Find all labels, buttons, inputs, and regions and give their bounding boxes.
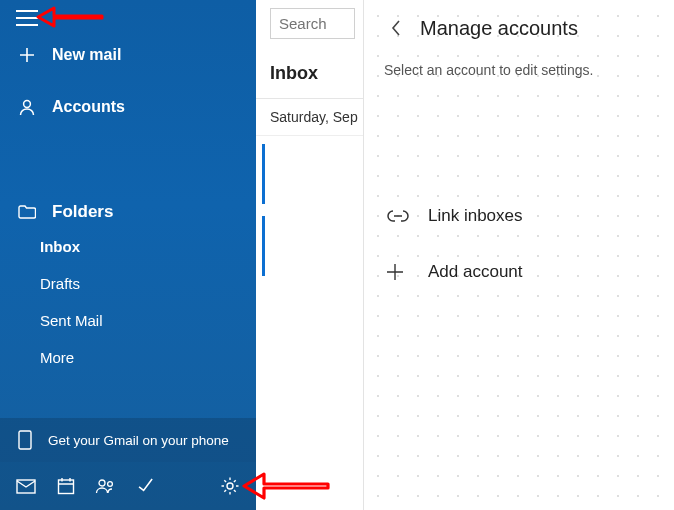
annotation-arrow-bottom (240, 468, 330, 504)
plus-icon (16, 47, 38, 63)
svg-point-0 (24, 101, 31, 108)
calendar-app-button[interactable] (46, 466, 86, 506)
promo-banner[interactable]: Get your Gmail on your phone (0, 418, 256, 462)
folders-header[interactable]: Folders (0, 190, 256, 228)
svg-point-5 (108, 482, 113, 487)
bottom-icon-bar (0, 462, 256, 510)
svg-rect-1 (19, 431, 31, 449)
folder-drafts[interactable]: Drafts (40, 265, 244, 302)
new-mail-button[interactable]: New mail (0, 32, 256, 78)
folder-list: Inbox Drafts Sent Mail More (0, 228, 256, 376)
folder-sent-mail[interactable]: Sent Mail (40, 302, 244, 339)
annotation-arrow-top (34, 2, 104, 32)
back-button[interactable] (382, 14, 410, 42)
link-inboxes-label: Link inboxes (428, 206, 523, 226)
todo-app-button[interactable] (126, 466, 166, 506)
message-item[interactable] (262, 144, 363, 204)
svg-point-6 (227, 483, 233, 489)
svg-point-4 (99, 480, 105, 486)
folder-icon (16, 205, 38, 219)
folder-more[interactable]: More (40, 339, 244, 376)
mail-app-button[interactable] (6, 466, 46, 506)
link-inboxes-action[interactable]: Link inboxes (382, 188, 656, 244)
new-mail-label: New mail (52, 46, 121, 64)
search-input[interactable] (270, 8, 355, 39)
message-list-column: Inbox Saturday, Sep (256, 0, 364, 510)
inbox-heading: Inbox (256, 47, 363, 99)
folders-header-label: Folders (52, 202, 113, 222)
folder-inbox[interactable]: Inbox (40, 228, 244, 265)
link-icon (386, 208, 416, 224)
date-group-header: Saturday, Sep (256, 99, 363, 136)
plus-icon (386, 263, 416, 281)
people-app-button[interactable] (86, 466, 126, 506)
manage-accounts-pane: Manage accounts Select an account to edi… (364, 0, 674, 510)
person-icon (16, 98, 38, 116)
accounts-label: Accounts (52, 98, 125, 116)
promo-label: Get your Gmail on your phone (48, 433, 229, 448)
phone-icon (14, 430, 36, 450)
add-account-label: Add account (428, 262, 523, 282)
add-account-action[interactable]: Add account (382, 244, 656, 300)
sidebar: New mail Accounts Folders Inbox Drafts S… (0, 0, 256, 510)
pane-title: Manage accounts (420, 17, 578, 40)
pane-subtitle: Select an account to edit settings. (384, 62, 656, 78)
svg-rect-3 (59, 480, 74, 494)
accounts-nav-item[interactable]: Accounts (0, 84, 256, 130)
message-item[interactable] (262, 216, 363, 276)
